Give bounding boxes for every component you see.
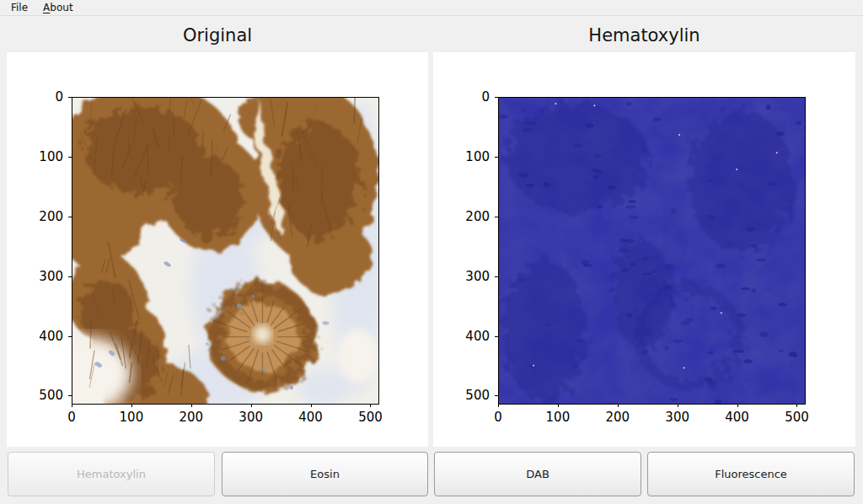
y-tick-label: 300 bbox=[28, 270, 63, 283]
white-side-patch bbox=[338, 329, 378, 383]
y-tickmark bbox=[495, 157, 498, 158]
hematoxylin-button[interactable]: Hematoxylin bbox=[8, 452, 215, 496]
x-tick-label: 200 bbox=[599, 410, 636, 424]
x-tickmark bbox=[796, 404, 797, 407]
y-tickmark bbox=[68, 395, 72, 396]
x-tick-label: 100 bbox=[539, 410, 576, 424]
hematoxylin-channel-image bbox=[499, 98, 805, 404]
y-tickmark bbox=[495, 217, 498, 217]
x-tickmark bbox=[191, 404, 192, 407]
x-tick-label: 200 bbox=[173, 410, 210, 424]
original-figure-panel: 01002003004005000100200300400500 bbox=[7, 52, 428, 447]
x-tick-label: 500 bbox=[351, 410, 389, 424]
x-tickmark bbox=[678, 404, 678, 407]
original-plot-frame bbox=[72, 97, 379, 405]
x-tick-label: 400 bbox=[719, 410, 756, 424]
hematoxylin-figure-panel: 01002003004005000100200300400500 bbox=[433, 52, 855, 447]
x-tickmark bbox=[498, 404, 499, 407]
y-tick-label: 400 bbox=[28, 330, 63, 343]
y-tickmark bbox=[68, 217, 72, 217]
x-tick-label: 100 bbox=[113, 410, 150, 424]
x-tick-label: 400 bbox=[292, 410, 330, 424]
y-tickmark bbox=[495, 97, 498, 98]
x-tick-label: 0 bbox=[480, 410, 517, 424]
y-tick-label: 500 bbox=[28, 389, 63, 402]
y-tick-label: 0 bbox=[28, 90, 63, 104]
menu-item-about[interactable]: About bbox=[35, 0, 81, 16]
original-histology-image bbox=[72, 98, 378, 404]
x-tick-label: 300 bbox=[233, 410, 270, 424]
y-tick-label: 200 bbox=[454, 210, 490, 223]
eosin-button[interactable]: Eosin bbox=[222, 452, 428, 496]
x-tickmark bbox=[618, 404, 619, 407]
x-tickmark bbox=[72, 404, 72, 407]
y-tick-label: 200 bbox=[28, 210, 63, 223]
fluorescence-button[interactable]: Fluorescence bbox=[647, 452, 855, 496]
menu-bar: FileAbout bbox=[0, 0, 863, 16]
menu-item-file[interactable]: File bbox=[3, 0, 35, 16]
y-tick-label: 400 bbox=[454, 330, 490, 343]
x-tick-label: 500 bbox=[778, 410, 815, 424]
x-tickmark bbox=[737, 404, 738, 407]
hematoxylin-panel-title: Hematoxylin bbox=[433, 24, 855, 46]
hematoxylin-plot-frame bbox=[498, 97, 806, 405]
y-tickmark bbox=[68, 336, 72, 337]
y-tickmark bbox=[495, 276, 498, 277]
y-tick-label: 100 bbox=[454, 150, 490, 164]
rosette-lumen bbox=[254, 325, 271, 343]
x-tick-label: 300 bbox=[659, 410, 696, 424]
original-panel-title: Original bbox=[7, 24, 428, 46]
x-tickmark bbox=[251, 404, 252, 407]
dab-button[interactable]: DAB bbox=[434, 452, 641, 496]
y-tickmark bbox=[495, 395, 498, 396]
x-tickmark bbox=[131, 404, 132, 407]
y-tickmark bbox=[68, 97, 72, 98]
y-tick-label: 300 bbox=[454, 270, 490, 283]
y-tick-label: 500 bbox=[454, 389, 490, 402]
x-tick-label: 0 bbox=[53, 410, 90, 424]
x-tickmark bbox=[558, 404, 559, 407]
x-tickmark bbox=[370, 404, 371, 407]
y-tick-label: 0 bbox=[454, 90, 490, 104]
y-tickmark bbox=[68, 157, 72, 158]
x-tickmark bbox=[311, 404, 312, 407]
y-tick-label: 100 bbox=[28, 150, 63, 164]
y-tickmark bbox=[68, 276, 72, 277]
y-tickmark bbox=[495, 336, 498, 337]
